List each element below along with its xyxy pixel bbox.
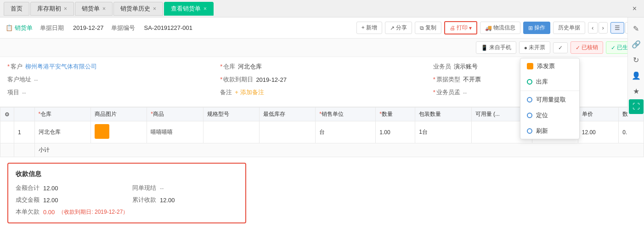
doc-actions: + 新增 ↗ 分享 ⧉ 复制 🖨 打印 ▾ 🚚 物流信息 ⊞ 操作: [356, 21, 638, 34]
number-label: 单据编号: [111, 24, 135, 32]
print-icon: 🖨: [450, 25, 455, 31]
dropdown-available[interactable]: 可用量提取: [520, 92, 579, 108]
sub-actions-bar: 📱 来自手机 ● 未开票 ✓ ✓ 已核销 ✓ 已生效: [0, 39, 644, 57]
tab-bar: 首页 库存期初 × 销货单 × 销货单历史 × 查看销货单 × ×: [0, 0, 644, 17]
confirm-icon: ✓: [558, 45, 563, 51]
payment-date-field: 收款到期日 2019-12-27: [220, 75, 424, 84]
dropdown-outbound[interactable]: 出库: [520, 74, 579, 90]
print-label: 打印: [457, 24, 468, 32]
not-open-button[interactable]: ● 未开票: [519, 41, 550, 54]
subtotal-label: 小计: [34, 143, 644, 157]
star-sidebar-icon[interactable]: ★: [629, 84, 644, 98]
tab-inventory-close[interactable]: ×: [64, 6, 67, 12]
tab-home[interactable]: 首页: [4, 2, 29, 16]
phone-icon: 📱: [481, 45, 488, 51]
refresh-sidebar-icon[interactable]: ↻: [629, 52, 644, 67]
cancel-badge[interactable]: ✓ 已核销: [571, 41, 603, 54]
tab-check-sales-label: 查看销货单: [171, 5, 201, 13]
next-button[interactable]: ›: [599, 22, 608, 34]
row-pack-qty: 1台: [415, 121, 471, 143]
project-field: 项目 --: [7, 88, 211, 97]
doc-type-label: 销货单: [15, 24, 33, 32]
cumulative-label: 累计收款: [132, 196, 156, 204]
col-gear[interactable]: ⚙: [0, 108, 14, 121]
effective-icon: ✓: [611, 45, 616, 51]
transaction-amount-label: 成交金额: [16, 196, 40, 204]
cancel-icon: ✓: [576, 45, 580, 51]
customer-label: 客户: [7, 63, 23, 71]
subtotal-row: 小计: [0, 143, 644, 157]
row-product-img: [90, 121, 147, 143]
date-label: 单据日期: [40, 24, 64, 32]
dropdown-add-invoice[interactable]: 添发票: [520, 58, 579, 74]
ops-label: 操作: [534, 24, 545, 32]
row-gear[interactable]: [0, 121, 14, 143]
tab-inventory[interactable]: 库存期初 ×: [30, 2, 74, 16]
transaction-amount-value: 12.00: [43, 197, 58, 204]
logistics-button[interactable]: 🚚 物流信息: [480, 22, 520, 34]
col-sales-unit: *销售单位: [316, 108, 376, 121]
ops-dropdown-menu: 添发票 出库 可用量提取 定位 刷新: [520, 58, 580, 139]
row-product: 嘻嘻嘻嘻: [147, 121, 203, 143]
share-button[interactable]: ↗ 分享: [385, 22, 412, 34]
add-note-button[interactable]: + 添加备注: [235, 88, 264, 97]
tab-check-sales-close[interactable]: ×: [203, 6, 207, 12]
total-amount-row: 金额合计 12.00: [16, 184, 121, 192]
doc-header: 📋 销货单 单据日期 2019-12-27 单据编号 SA-20191227-0…: [0, 17, 644, 39]
ticket-type-label: 票据类型: [433, 75, 460, 84]
ops-button[interactable]: ⊞ 操作: [523, 22, 550, 34]
window-close-button[interactable]: ×: [629, 5, 640, 13]
sales-order-icon: 📋: [6, 24, 13, 31]
tab-history[interactable]: 销货单历史 ×: [113, 2, 163, 16]
owe-value: 0.00: [43, 209, 55, 216]
list-view-button[interactable]: ☰: [610, 22, 624, 34]
sales-staff-label: 业务员孟: [433, 88, 460, 97]
user-sidebar-icon[interactable]: 👤: [629, 68, 644, 83]
row-sales-unit: 台: [316, 121, 376, 143]
locate-icon: [527, 113, 532, 118]
locate-label: 定位: [536, 111, 548, 120]
customer-value[interactable]: 柳州粤港平安气体有限公司: [25, 63, 97, 71]
refresh-menu-icon: [527, 128, 532, 134]
staff-value: 演示账号: [454, 63, 478, 71]
share-label: 分享: [396, 24, 407, 32]
link-sidebar-icon[interactable]: 🔗: [629, 37, 644, 51]
copy-button[interactable]: ⧉ 复制: [415, 22, 441, 34]
ops-icon: ⊞: [528, 25, 533, 31]
copy-label: 复制: [425, 24, 436, 32]
print-button[interactable]: 🖨 打印 ▾: [444, 21, 477, 34]
tab-sales-close[interactable]: ×: [102, 6, 106, 12]
print-dropdown-arrow: ▾: [469, 25, 472, 31]
edit-sidebar-icon[interactable]: ✎: [629, 21, 644, 36]
add-invoice-icon: [527, 63, 533, 69]
tab-history-close[interactable]: ×: [153, 6, 156, 12]
address-field: 客户地址 --: [7, 75, 211, 84]
dropdown-refresh[interactable]: 刷新: [520, 123, 579, 139]
history-button[interactable]: 历史单据: [553, 22, 585, 34]
dropdown-locate[interactable]: 定位: [520, 108, 579, 123]
total-amount-value: 12.00: [43, 185, 58, 192]
not-open-label: 未开票: [529, 44, 545, 51]
doc-type-badge: 📋 销货单: [6, 24, 33, 32]
refresh-label: 刷新: [536, 127, 548, 135]
cumulative-value: 12.00: [160, 197, 175, 204]
transaction-amount-row: 成交金额 12.00: [16, 196, 121, 204]
confirm-button[interactable]: ✓: [553, 42, 568, 53]
owe-label: 本单欠款: [16, 208, 40, 216]
cumulative-row: 累计收款 12.00: [132, 196, 238, 204]
col-spec: 规格型号: [203, 108, 259, 121]
outbound-label: 出库: [536, 78, 548, 86]
history-label: 历史单据: [558, 24, 580, 32]
owe-note: （收款到期日: 2019-12-27）: [58, 208, 128, 216]
expand-sidebar-icon[interactable]: ⛶: [629, 99, 644, 114]
ticket-type-value: 不开票: [463, 75, 481, 84]
project-label: 项目: [7, 88, 19, 97]
new-button[interactable]: + 新增: [356, 22, 382, 34]
row-min-stock: [259, 121, 315, 143]
same-order-label: 同单现结: [132, 184, 156, 192]
tab-inventory-label: 库存期初: [37, 5, 61, 13]
tab-check-sales[interactable]: 查看销货单 ×: [164, 2, 214, 16]
prev-button[interactable]: ‹: [588, 22, 597, 34]
from-phone-button[interactable]: 📱 来自手机: [476, 41, 516, 54]
tab-sales[interactable]: 销货单 ×: [75, 2, 113, 16]
